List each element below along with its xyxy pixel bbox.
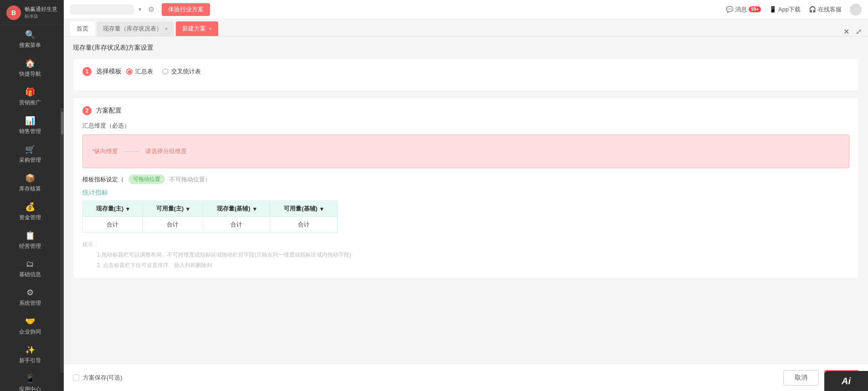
col-header-2[interactable]: 现存量(基辅) ▾ (203, 201, 270, 217)
sidebar-label-finance: 资金管理 (19, 214, 41, 221)
save-checkbox[interactable]: 方案保存(可选) (73, 374, 123, 382)
tab-inventory-label: 现存量（库存状况表） (103, 25, 162, 33)
sidebar-label-contract: 企业协同 (19, 328, 41, 336)
step1-badge: 1 (82, 67, 92, 76)
template-radio-group: 汇总表 交叉统计表 (126, 67, 201, 76)
save-checkbox-label: 方案保存(可选) (83, 374, 123, 382)
topbar-right: 💬 消息 99+ 📱 App下载 🎧 在线客服 (726, 4, 862, 15)
tab-home-label: 首页 (77, 25, 88, 33)
close-window-icon[interactable]: ✕ (843, 27, 849, 36)
dim-section-label: 汇总维度（必选） (82, 122, 849, 130)
dim-divider: —— (124, 147, 139, 155)
radio-summary[interactable]: 汇总表 (126, 67, 153, 76)
sidebar-item-apps[interactable]: 📱 应用中心 (0, 369, 60, 391)
gift-icon: 🎁 (25, 87, 35, 97)
draggable-toggle[interactable]: 可拖动位置 (128, 175, 165, 184)
topbar-search-input[interactable] (70, 5, 134, 15)
col-header-0[interactable]: 现存量(主) ▾ (83, 201, 143, 217)
step2-label: 方案配置 (96, 107, 122, 115)
col-header-0-chevron[interactable]: ▾ (126, 206, 129, 212)
sidebar-scrollbar[interactable] (60, 108, 64, 372)
save-checkbox-box[interactable] (73, 375, 79, 381)
window-controls: ✕ ⤢ (843, 27, 862, 36)
radio-summary-circle (126, 68, 133, 75)
sidebar-item-system[interactable]: ⚙ 系统管理 (0, 283, 60, 312)
indicator-setting-prefix: 模板指标设定（ (82, 175, 124, 184)
col-header-3[interactable]: 可用量(基辅) ▾ (270, 201, 337, 217)
step1-label: 选择模板 (96, 67, 122, 76)
cancel-button[interactable]: 取消 (783, 370, 819, 386)
tab-home[interactable]: 首页 (70, 21, 95, 36)
message-badge: 99+ (749, 6, 761, 12)
avatar[interactable] (850, 4, 862, 15)
radio-cross-circle (162, 68, 168, 75)
sidebar-label-sales: 销售管理 (19, 128, 41, 135)
col-header-2-chevron[interactable]: ▾ (253, 206, 256, 212)
message-icon: 💬 (726, 6, 733, 13)
sidebar-item-base[interactable]: 🗂 基础信息 (0, 255, 60, 283)
sidebar-item-marketing[interactable]: 🎁 营销推广 (0, 82, 60, 111)
draggable-label: 可拖动位置 (133, 175, 160, 183)
indicator-hint: 模板指标设定（ 可拖动位置 不可拖动位置） (82, 175, 849, 184)
chevron-down-icon[interactable]: ▾ (138, 6, 142, 13)
not-draggable-label: 不可拖动位置） (169, 175, 211, 184)
dimension-area[interactable]: *纵向维度 —— 请选择分组维度 (82, 134, 849, 168)
logo-char: B (11, 9, 16, 16)
tip-2: 2. 点击标题栏下拉可设置排序、插入列和删除列 (97, 260, 849, 271)
sidebar-label-shortcut: 快捷导航 (19, 70, 41, 78)
col-header-1-chevron[interactable]: ▾ (186, 206, 189, 212)
sidebar-label-system: 系统管理 (19, 299, 41, 307)
sidebar-logo: B 畅赢通好生意 标准版 (0, 0, 64, 25)
tab-inventory[interactable]: 现存量（库存状况表） × (97, 21, 174, 36)
col-header-3-chevron[interactable]: ▾ (320, 206, 323, 212)
online-support-item[interactable]: 🎧 在线客服 (809, 5, 842, 14)
sidebar-item-purchase[interactable]: 🛒 采购管理 (0, 140, 60, 169)
sidebar-item-stock[interactable]: 📦 库存核算 (0, 169, 60, 197)
topbar-gear-icon[interactable]: ⚙ (148, 5, 154, 14)
search-icon: 🔍 (25, 30, 35, 40)
sidebar-item-guide[interactable]: ✨ 新手引导 (0, 340, 60, 369)
app-download-item[interactable]: 📱 App下载 (769, 5, 801, 14)
tip-prefix: 提示： (82, 239, 849, 250)
chart-icon: 📊 (25, 116, 35, 126)
message-item[interactable]: 💬 消息 99+ (726, 5, 761, 14)
sidebar-label-purchase: 采购管理 (19, 156, 41, 164)
sidebar-label-guide: 新手引导 (19, 357, 41, 365)
page-title: 现存量(库存状况表)方案设置 (73, 44, 859, 52)
tabs-bar: 首页 现存量（库存状况表） × 新建方案 × ✕ ⤢ (64, 19, 868, 36)
step2-header: 2 方案配置 (82, 106, 849, 115)
col-cell-0: 合计 (83, 217, 143, 233)
sidebar-item-contract[interactable]: 🤝 企业协同 (0, 312, 60, 340)
headset-icon: 🎧 (809, 6, 816, 13)
sidebar-item-search[interactable]: 🔍 搜索菜单 (0, 25, 60, 54)
tab-new-plan[interactable]: 新建方案 × (176, 21, 218, 36)
download-icon: 📱 (769, 6, 776, 13)
col-cell-3: 合计 (270, 217, 337, 233)
app-name-block: 畅赢通好生意 标准版 (25, 6, 57, 20)
trial-button[interactable]: 体验行业方案 (162, 3, 210, 16)
bottom-bar: 方案保存(可选) 取消 查询 (64, 364, 868, 391)
tab-new-plan-close-icon[interactable]: × (209, 26, 211, 31)
tips-header: 提示： (82, 239, 99, 250)
sidebar-scroll-thumb (61, 112, 63, 134)
phone-icon: 📱 (25, 374, 35, 384)
sidebar-item-sales[interactable]: 📊 销售管理 (0, 111, 60, 140)
sidebar-item-finance[interactable]: 💰 资金管理 (0, 197, 60, 226)
tab-inventory-close-icon[interactable]: × (165, 26, 168, 31)
step1-section: 1 选择模板 汇总表 交叉统计表 (73, 58, 859, 91)
sidebar-item-shortcut[interactable]: 🏠 快捷导航 (0, 54, 60, 82)
sidebar-label-search: 搜索菜单 (19, 41, 41, 49)
sidebar-label-apps: 应用中心 (19, 386, 41, 391)
expand-window-icon[interactable]: ⤢ (856, 27, 862, 36)
radio-cross[interactable]: 交叉统计表 (162, 67, 201, 76)
handshake-icon: 🤝 (25, 316, 35, 326)
box-icon: 📦 (25, 173, 35, 183)
ai-label-block[interactable]: Ai (824, 371, 868, 391)
col-header-0-label: 现存量(主) (96, 205, 124, 213)
cart-icon: 🛒 (25, 144, 35, 154)
step2-badge: 2 (82, 106, 92, 115)
col-cell-1: 合计 (143, 217, 203, 233)
col-header-1[interactable]: 可用量(主) ▾ (143, 201, 203, 217)
app-edition: 标准版 (25, 13, 57, 20)
sidebar-item-biz[interactable]: 📋 经营管理 (0, 226, 60, 255)
